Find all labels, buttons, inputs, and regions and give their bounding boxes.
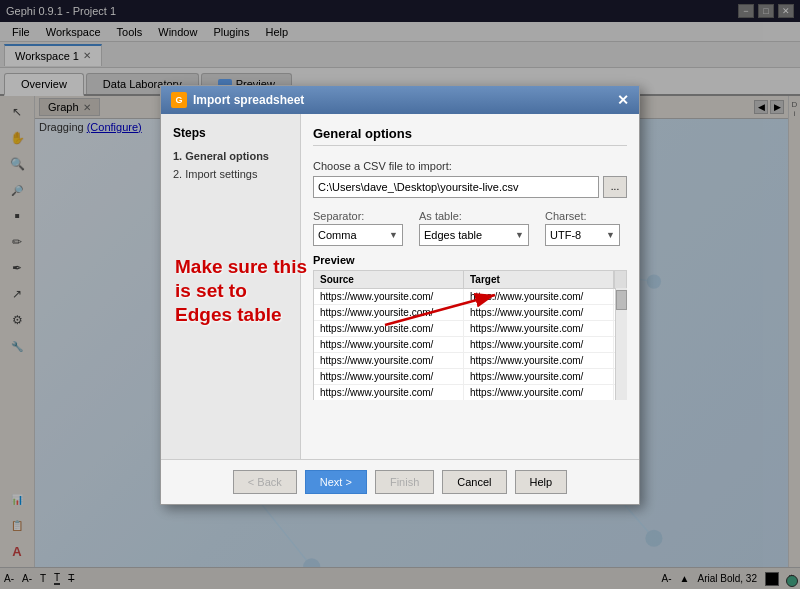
modal-title-area: G Import spreadsheet bbox=[171, 92, 304, 108]
cell-source: https://www.yoursite.com/ bbox=[314, 321, 464, 336]
as-table-group: As table: Edges table ▼ bbox=[419, 210, 529, 246]
cell-target: https://www.yoursite.com/ bbox=[464, 289, 614, 304]
steps-panel: Steps 1. General options 2. Import setti… bbox=[161, 114, 301, 459]
cell-source: https://www.yoursite.com/ bbox=[314, 337, 464, 352]
table-row: https://www.yoursite.com/ https://www.yo… bbox=[314, 321, 626, 337]
import-spreadsheet-dialog: G Import spreadsheet ✕ Steps 1. General … bbox=[160, 85, 640, 505]
scrollbar-placeholder bbox=[614, 271, 626, 288]
modal-title-bar: G Import spreadsheet ✕ bbox=[161, 86, 639, 114]
cell-target: https://www.yoursite.com/ bbox=[464, 305, 614, 320]
modal-close-button[interactable]: ✕ bbox=[617, 92, 629, 108]
modal-overlay: G Import spreadsheet ✕ Steps 1. General … bbox=[0, 0, 800, 589]
separator-arrow-icon: ▼ bbox=[389, 230, 398, 240]
cell-target: https://www.yoursite.com/ bbox=[464, 385, 614, 400]
preview-table: Source Target https://www.yoursite.com/ … bbox=[313, 270, 627, 400]
file-label: Choose a CSV file to import: bbox=[313, 160, 627, 172]
section-title: General options bbox=[313, 126, 627, 146]
scroll-thumb[interactable] bbox=[616, 290, 627, 310]
preview-rows: https://www.yoursite.com/ https://www.yo… bbox=[314, 289, 626, 400]
charset-label: Charset: bbox=[545, 210, 620, 222]
options-row: Separator: Comma ▼ As table: Edges table… bbox=[313, 210, 627, 246]
step-1: 1. General options bbox=[173, 150, 288, 162]
separator-label: Separator: bbox=[313, 210, 403, 222]
table-row: https://www.yoursite.com/ https://www.yo… bbox=[314, 369, 626, 385]
modal-title: Import spreadsheet bbox=[193, 93, 304, 107]
cell-target: https://www.yoursite.com/ bbox=[464, 353, 614, 368]
cell-source: https://www.yoursite.com/ bbox=[314, 385, 464, 400]
cell-target: https://www.yoursite.com/ bbox=[464, 321, 614, 336]
preview-label: Preview bbox=[313, 254, 627, 266]
table-row: https://www.yoursite.com/ https://www.yo… bbox=[314, 353, 626, 369]
cell-target: https://www.yoursite.com/ bbox=[464, 337, 614, 352]
back-button[interactable]: < Back bbox=[233, 470, 297, 494]
cell-target: https://www.yoursite.com/ bbox=[464, 369, 614, 384]
charset-group: Charset: UTF-8 ▼ bbox=[545, 210, 620, 246]
as-table-select[interactable]: Edges table ▼ bbox=[419, 224, 529, 246]
table-row: https://www.yoursite.com/ https://www.yo… bbox=[314, 305, 626, 321]
charset-arrow-icon: ▼ bbox=[606, 230, 615, 240]
file-input-row: ... bbox=[313, 176, 627, 198]
finish-button[interactable]: Finish bbox=[375, 470, 434, 494]
modal-icon: G bbox=[171, 92, 187, 108]
as-table-arrow-icon: ▼ bbox=[515, 230, 524, 240]
next-button[interactable]: Next > bbox=[305, 470, 367, 494]
cancel-button[interactable]: Cancel bbox=[442, 470, 506, 494]
scrollbar[interactable] bbox=[615, 288, 627, 400]
table-row: https://www.yoursite.com/ https://www.yo… bbox=[314, 385, 626, 400]
preview-table-header: Source Target bbox=[314, 271, 626, 289]
help-button[interactable]: Help bbox=[515, 470, 568, 494]
cell-source: https://www.yoursite.com/ bbox=[314, 353, 464, 368]
cell-source: https://www.yoursite.com/ bbox=[314, 305, 464, 320]
modal-body: Steps 1. General options 2. Import setti… bbox=[161, 114, 639, 459]
browse-button[interactable]: ... bbox=[603, 176, 627, 198]
col-target: Target bbox=[464, 271, 614, 288]
file-path-input[interactable] bbox=[313, 176, 599, 198]
step-2: 2. Import settings bbox=[173, 168, 288, 180]
table-row: https://www.yoursite.com/ https://www.yo… bbox=[314, 337, 626, 353]
separator-group: Separator: Comma ▼ bbox=[313, 210, 403, 246]
cell-source: https://www.yoursite.com/ bbox=[314, 289, 464, 304]
table-row: https://www.yoursite.com/ https://www.yo… bbox=[314, 289, 626, 305]
modal-content-panel: General options Choose a CSV file to imp… bbox=[301, 114, 639, 459]
charset-select[interactable]: UTF-8 ▼ bbox=[545, 224, 620, 246]
col-source: Source bbox=[314, 271, 464, 288]
separator-select[interactable]: Comma ▼ bbox=[313, 224, 403, 246]
preview-table-container: Source Target https://www.yoursite.com/ … bbox=[313, 270, 627, 400]
modal-footer: < Back Next > Finish Cancel Help bbox=[161, 459, 639, 504]
as-table-label: As table: bbox=[419, 210, 529, 222]
steps-title: Steps bbox=[173, 126, 288, 140]
cell-source: https://www.yoursite.com/ bbox=[314, 369, 464, 384]
